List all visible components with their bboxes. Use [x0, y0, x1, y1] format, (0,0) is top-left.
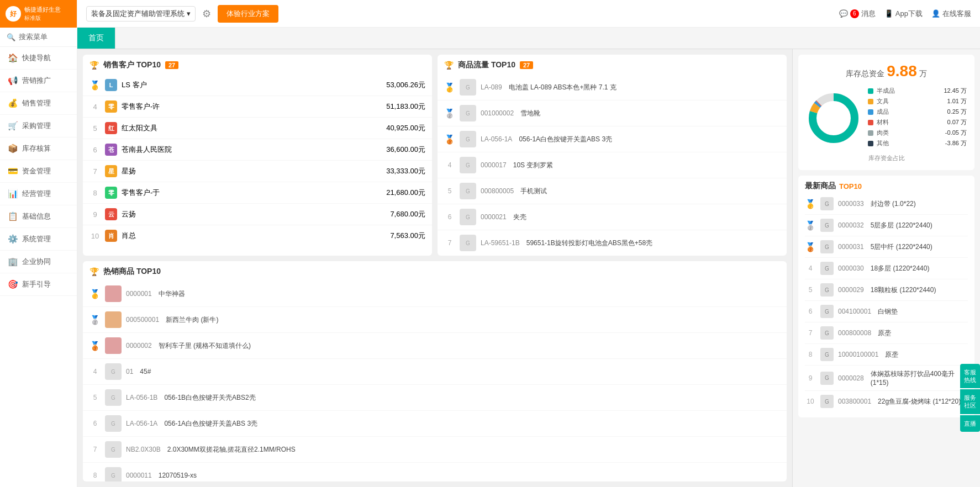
flow-rank-5: 5	[444, 187, 455, 195]
sidebar-item-xitong[interactable]: ⚙️ 系统管理	[0, 228, 77, 251]
hot-trophy-icon: 🏆	[89, 267, 99, 276]
hot-products-list: 🥇 0000001 中华神器 🥈 000500001 新西兰牛肉 (新牛) 🥉	[83, 281, 787, 481]
customer-top10-list: 🥇 L LS 客户 53,006.26元 4 零 零售客户-许 51,183.0…	[83, 75, 432, 246]
flow-name-6: 夹壳	[513, 213, 526, 222]
hot-code-5: LA-056-1B	[126, 394, 157, 401]
customer-top10-card: 🏆 销售客户 TOP10 27 🥇 L LS 客户 53,006.26元	[83, 55, 432, 256]
sidebar-item-yingxiao[interactable]: 📢 营销推广	[0, 70, 77, 92]
legend-color-2	[868, 109, 873, 115]
newest-code-5: 0000029	[838, 286, 864, 294]
legend-color-1	[868, 99, 873, 104]
flow-medal-1: 🥇	[444, 82, 455, 93]
flow-row-7: 7 G LA-59651-1B 59651-1B旋转投影灯电池盒ABS黑色+58…	[438, 230, 787, 256]
flow-code-7: LA-59651-1B	[481, 239, 520, 247]
hot-name-3: 智利车子里 (规格不知道填什么)	[159, 341, 251, 351]
hot-row-8: 8 G 0000011 12070519-xs	[83, 463, 787, 481]
topbar-right: 💬 6 消息 📱 App下载 👤 在线客服	[839, 9, 971, 19]
newest-code-10: 003800001	[838, 398, 871, 405]
rank-num-5: 7	[89, 167, 101, 176]
newest-img-7: G	[820, 326, 834, 340]
customer-row-6: 8 零 零售客户-于 21,680.00元	[83, 182, 432, 204]
tab-home[interactable]: 首页	[77, 28, 115, 49]
newest-code-4: 0000030	[838, 264, 864, 272]
newest-name-6: 白钢垫	[878, 307, 898, 316]
newest-name-3: 5层中纤 (1220*2440)	[871, 242, 932, 252]
customer-name-5: 星扬	[122, 166, 136, 176]
hot-medal-2: 🥈	[89, 315, 101, 325]
hot-img-6: G	[105, 415, 122, 432]
sidebar-item-kucun[interactable]: 📦 库存核算	[0, 137, 77, 160]
content-area: 🏆 销售客户 TOP10 27 🥇 L LS 客户 53,006.26元	[77, 49, 980, 487]
sidebar-item-zijin[interactable]: 💳 资金管理	[0, 160, 77, 183]
product-flow-header: 🏆 商品流量 TOP10 27	[438, 55, 787, 75]
customer-avatar-5: 星	[105, 165, 117, 177]
sidebar-item-xiaoshou[interactable]: 💰 销售管理	[0, 92, 77, 115]
flow-row-6: 6 G 0000021 夹壳	[438, 204, 787, 230]
message-button[interactable]: 💬 6 消息	[839, 9, 876, 19]
sidebar-search[interactable]: 🔍 搜索菜单	[0, 28, 77, 47]
customer-amount-6: 21,680.00元	[386, 188, 425, 198]
newest-img-8: G	[820, 348, 834, 361]
product-flow-list: 🥇 G LA-089 电池盖 LA-089 ABS本色+黑种 7.1 克 🥈 G…	[438, 75, 787, 256]
flow-code-6: 0000021	[481, 213, 507, 221]
trial-button[interactable]: 体验行业方案	[218, 5, 278, 23]
customer-avatar-6: 零	[105, 187, 117, 199]
float-btn-live[interactable]: 直播	[960, 415, 980, 432]
customer-row-2: 4 零 零售客户-许 51,183.00元	[83, 96, 432, 118]
app-download-button[interactable]: 📱 App下载	[884, 9, 923, 19]
inventory-total: 库存总资金 9.88 万	[806, 62, 967, 80]
newest-medal-2: 🥈	[805, 220, 816, 231]
sidebar-item-jingying[interactable]: 📊 经营管理	[0, 183, 77, 205]
logo-sub: 标准版	[24, 14, 61, 22]
float-btn-service[interactable]: 客服 热线	[960, 364, 980, 389]
customer-top10-title: 销售客户 TOP10	[103, 60, 161, 70]
nav-label: 新手引导	[22, 279, 51, 289]
hot-name-7: 2.0X30MM双搓花轴,搓花直径2.1MM/ROHS	[167, 445, 296, 454]
customer-row-4: 6 苍 苍南县人民医院 36,600.00元	[83, 139, 432, 161]
sidebar-item-jichu[interactable]: 📋 基础信息	[0, 205, 77, 228]
flow-code-4: 0000017	[481, 161, 507, 169]
nav-label: 采购管理	[22, 121, 51, 131]
flow-img-7: G	[460, 235, 476, 251]
system-selector[interactable]: 装备及固定资产辅助管理系统 ▾	[86, 6, 196, 22]
newest-row-3: 🥉 G 0000031 5层中纤 (1220*2440)	[805, 236, 968, 258]
flow-name-4: 10S 变刹罗紧	[513, 161, 554, 170]
customer-name-1: LS 客户	[122, 80, 147, 90]
settings-icon[interactable]: ⚙	[202, 8, 211, 20]
flow-code-5: 000800005	[481, 187, 514, 195]
newest-code-1: 0000033	[838, 200, 864, 208]
customer-amount-4: 36,600.00元	[386, 145, 425, 155]
sidebar-logo: 好 畅捷通好生意 标准版	[0, 0, 77, 28]
customer-amount-1: 53,006.26元	[386, 80, 425, 90]
online-service-button[interactable]: 👤 在线客服	[931, 9, 971, 19]
flow-name-5: 手机测试	[520, 187, 547, 196]
newest-img-3: G	[820, 240, 834, 253]
flow-row-2: 🥈 G 001000002 雪地靴	[438, 100, 787, 126]
hot-code-4: 01	[126, 368, 133, 375]
sidebar-item-kuaijie[interactable]: 🏠 快捷导航	[0, 47, 77, 70]
sidebar-item-caigou[interactable]: 🛒 采购管理	[0, 115, 77, 137]
flow-medal-2: 🥈	[444, 108, 455, 119]
newest-name-8: 原垄	[885, 350, 898, 359]
newest-code-2: 0000032	[838, 221, 864, 229]
customer-name-2: 零售客户-许	[122, 102, 160, 112]
customer-amount-3: 40,925.00元	[386, 123, 425, 133]
hot-img-7: G	[105, 441, 122, 458]
newest-row-10: 10 G 003800001 22g鱼豆腐-烧烤味 (1*12*20)	[805, 391, 968, 412]
topbar: 装备及固定资产辅助管理系统 ▾ ⚙ 体验行业方案 💬 6 消息 📱 App下载 …	[77, 0, 980, 28]
float-btn-community[interactable]: 服务 社区	[960, 389, 980, 414]
hot-img-8: G	[105, 467, 122, 481]
newest-code-8: 10000100001	[838, 351, 878, 358]
home-icon: 🏠	[8, 53, 18, 63]
hot-medal-3: 🥉	[89, 341, 101, 351]
flow-rank-4: 4	[444, 161, 455, 169]
legend-color-0	[868, 88, 873, 94]
sidebar-item-xinshou[interactable]: 🎯 新手引导	[0, 273, 77, 296]
flow-medal-3: 🥉	[444, 134, 455, 145]
newest-img-4: G	[820, 262, 834, 275]
sidebar-item-qiye[interactable]: 🏢 企业协同	[0, 251, 77, 273]
search-icon: 🔍	[7, 33, 15, 41]
customer-amount-2: 51,183.00元	[386, 102, 425, 112]
nav-label: 库存核算	[22, 144, 51, 153]
customer-amount-8: 7,563.00元	[390, 231, 425, 241]
